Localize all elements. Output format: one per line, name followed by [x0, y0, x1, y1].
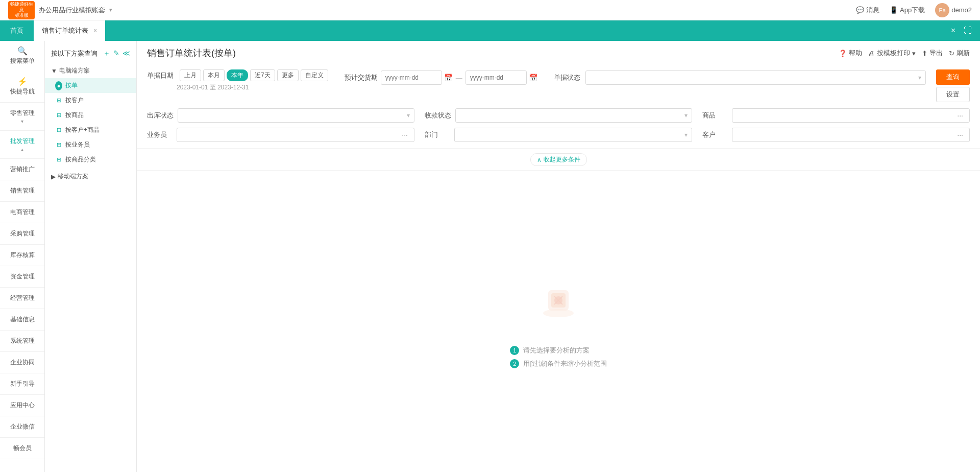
expected-date-start-wrap: 📅 [381, 70, 453, 85]
calendar-end-icon[interactable]: 📅 [529, 74, 537, 82]
search-menu-button[interactable]: 🔍 搜索菜单 [0, 41, 44, 70]
sidebar-item-ecommerce[interactable]: 电商管理 [0, 202, 44, 223]
chevron-down-icon: ▾ [21, 119, 23, 124]
empty-tip-1: 1 请先选择要分析的方案 [510, 346, 606, 355]
sidebar-item-retail[interactable]: 零售管理 ▾ [0, 103, 44, 131]
settings-button[interactable]: 设置 [936, 87, 970, 102]
scheme-item-by-customer[interactable]: ⊞ 按客户 [45, 93, 136, 108]
app-download-icon: 📱 [890, 6, 898, 14]
customer-select[interactable]: ··· [732, 128, 970, 142]
salesperson-ellipsis-icon[interactable]: ··· [400, 131, 410, 139]
custom-date-button[interactable]: 自定义 [301, 69, 328, 81]
sidebar: 🔍 搜索菜单 ⚡ 快捷导航 零售管理 ▾ 批发管理 ▴ 营销推广 销售管理 电商… [0, 41, 45, 472]
print-icon: 🖨 [868, 50, 875, 57]
logo-text: 畅捷通好生意 标准版 [8, 2, 35, 18]
sidebar-item-enterprise[interactable]: 企业协同 [0, 352, 44, 373]
salesperson-label: 业务员 [147, 130, 173, 139]
sidebar-item-wechat[interactable]: 企业微信 [0, 416, 44, 438]
sidebar-item-quick-nav[interactable]: ⚡ 快捷导航 [0, 70, 44, 103]
calendar-start-icon[interactable]: 📅 [444, 74, 453, 82]
sidebar-item-sales[interactable]: 销售管理 [0, 180, 44, 202]
sidebar-item-app-center[interactable]: 应用中心 [0, 395, 44, 416]
maximize-button[interactable]: ⛶ [962, 24, 974, 37]
sidebar-item-basic-info[interactable]: 基础信息 [0, 309, 44, 331]
chevron-up-icon: ▴ [21, 147, 23, 152]
message-button[interactable]: 💬 消息 [856, 6, 879, 15]
topbar-title: 办公用品行业模拟账套 [39, 6, 105, 15]
collapse-bar: ∧ 收起更多条件 [137, 149, 980, 170]
edit-scheme-icon[interactable]: ✎ [113, 49, 119, 58]
tabbar-actions: × ⛶ [949, 20, 980, 41]
tabbar: 首页 销售订单统计表 × × ⛶ [0, 20, 980, 41]
salesperson-select[interactable]: ··· [177, 128, 414, 142]
sidebar-item-operation[interactable]: 经营管理 [0, 288, 44, 309]
dept-select[interactable]: ▾ [454, 128, 692, 142]
empty-tip-2: 2 用[过滤]条件来缩小分析范围 [510, 359, 606, 368]
scheme-group-pc-title[interactable]: ▼ 电脑端方案 [45, 63, 136, 78]
scheme-item-category-icon: ⊟ [55, 156, 62, 163]
outbound-status-cell: 出库状态 ▾ [147, 108, 414, 123]
help-button[interactable]: ❓ 帮助 [839, 49, 862, 58]
tab-close-icon[interactable]: × [93, 27, 97, 34]
topbar-dropdown-icon[interactable]: ▾ [109, 7, 112, 13]
goods-label: 商品 [702, 111, 728, 120]
current-year-button[interactable]: 本年 [227, 69, 248, 81]
dept-dropdown-icon: ▾ [684, 131, 688, 138]
query-button[interactable]: 查询 [936, 69, 970, 85]
dept-label: 部门 [425, 130, 450, 139]
refresh-button[interactable]: ↻ 刷新 [949, 49, 970, 58]
scheme-item-by-goods[interactable]: ⊟ 按商品 [45, 108, 136, 123]
expected-date-end-input[interactable] [465, 70, 527, 85]
print-button[interactable]: 🖨 按模板打印 ▾ [868, 49, 916, 58]
collapse-panel-icon[interactable]: ≪ [122, 49, 130, 58]
refresh-icon: ↻ [949, 50, 954, 57]
print-dropdown-icon[interactable]: ▾ [912, 50, 916, 57]
goods-ellipsis-icon[interactable]: ··· [955, 111, 965, 120]
user-menu[interactable]: Ea demo2 [935, 3, 972, 17]
sidebar-item-finance[interactable]: 资金管理 [0, 266, 44, 288]
date-quick-buttons: 上月 本月 本年 近7天 更多 自定义 [180, 69, 328, 81]
sidebar-item-member[interactable]: 畅会员 [0, 438, 44, 459]
add-scheme-icon[interactable]: ＋ [103, 49, 110, 58]
payment-select[interactable]: ▾ [455, 108, 692, 123]
sidebar-item-purchase[interactable]: 采购管理 [0, 223, 44, 245]
empty-illustration [533, 275, 584, 336]
sidebar-item-wholesale[interactable]: 批发管理 ▴ [0, 131, 44, 159]
sidebar-item-newbie[interactable]: 新手引导 [0, 373, 44, 395]
scheme-group-mobile-title[interactable]: ▶ 移动端方案 [45, 169, 136, 184]
goods-cell: 商品 ··· [702, 108, 970, 123]
sidebar-item-inventory[interactable]: 库存核算 [0, 245, 44, 266]
panel-header-icons: ＋ ✎ ≪ [103, 49, 130, 58]
sidebar-item-marketing[interactable]: 营销推广 [0, 159, 44, 180]
tab-sales-order-stats[interactable]: 销售订单统计表 × [34, 20, 105, 41]
scheme-item-by-salesperson[interactable]: ⊞ 按业务员 [45, 137, 136, 152]
export-button[interactable]: ⬆ 导出 [922, 49, 943, 58]
payment-status-cell: 收款状态 ▾ [425, 108, 692, 123]
quick-nav-icon: ⚡ [17, 77, 28, 86]
tab-home[interactable]: 首页 [0, 20, 34, 41]
expected-date-start-input[interactable] [381, 70, 442, 85]
topbar-right: 💬 消息 📱 App下载 Ea demo2 [856, 3, 972, 17]
date-separator: — [456, 74, 462, 82]
scheme-item-active-dot: ● [55, 82, 62, 89]
payment-label: 收款状态 [425, 111, 451, 120]
minimize-button[interactable]: × [949, 24, 958, 37]
panel-header: 按以下方案查询 ＋ ✎ ≪ [45, 46, 136, 61]
sidebar-item-system[interactable]: 系统管理 [0, 331, 44, 352]
collapse-button[interactable]: ∧ 收起更多条件 [530, 153, 587, 166]
status-select[interactable]: ▾ [585, 70, 926, 85]
app-download-button[interactable]: 📱 App下载 [890, 6, 925, 15]
last7-button[interactable]: 近7天 [250, 69, 275, 81]
payment-dropdown-icon: ▾ [684, 112, 688, 119]
more-date-button[interactable]: 更多 [277, 69, 299, 81]
customer-ellipsis-icon[interactable]: ··· [955, 131, 965, 139]
scheme-item-by-category[interactable]: ⊟ 按商品分类 [45, 152, 136, 167]
scheme-item-by-customer-goods[interactable]: ⊟ 按客户+商品 [45, 123, 136, 137]
chevron-right-icon: ▶ [51, 173, 56, 180]
goods-select[interactable]: ··· [732, 108, 970, 123]
last-month-button[interactable]: 上月 [180, 69, 201, 81]
scheme-item-by-order[interactable]: ● 按单 [45, 78, 136, 93]
this-month-button[interactable]: 本月 [203, 69, 225, 81]
export-icon: ⬆ [922, 50, 927, 57]
outbound-select[interactable]: ▾ [178, 108, 414, 123]
